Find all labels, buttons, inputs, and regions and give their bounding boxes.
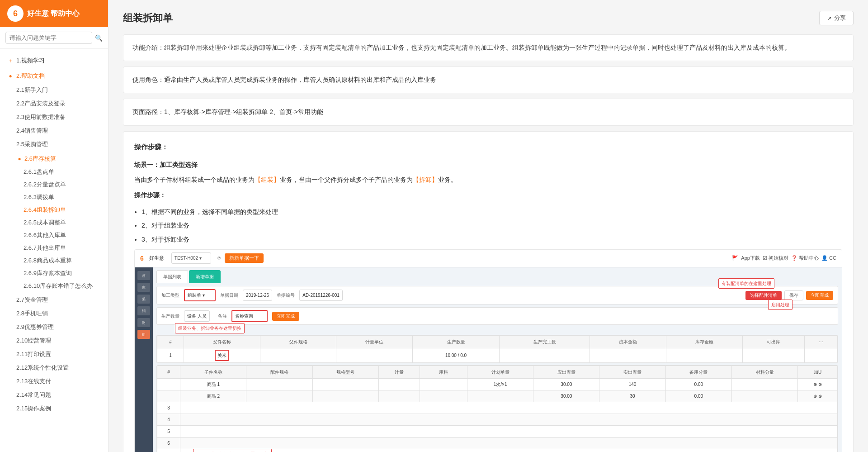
sidebar-item-mobile[interactable]: 2.8手机旺铺 <box>13 307 108 320</box>
lrow4-empty <box>180 414 838 426</box>
lrow1-add: ⊕ ⊗ <box>798 379 838 390</box>
fake-company-select: TEST-H002 ▾ <box>171 252 211 264</box>
fake-lower-table-body: 商品 1 1次/×1 30.00 140 0.00 <box>157 379 838 452</box>
fake-app-body: 首 库 采 销 财 组 单据列表 新增单据 <box>135 267 842 452</box>
table-row: 5 <box>157 426 838 438</box>
table-row: 4 <box>157 414 838 426</box>
lrow2-num <box>157 390 180 402</box>
sidebar-item-ops[interactable]: 2.10经营管理 <box>13 334 108 347</box>
sidebar-item-s262[interactable]: 2.6.2分量盘点单 <box>20 178 108 191</box>
lrow1-num <box>157 379 180 390</box>
fake-company: 好生意 <box>149 253 164 263</box>
sidebar-item-sys[interactable]: 2.12系统个性化设置 <box>13 361 108 375</box>
lrow1-plan: 1次/×1 <box>467 379 533 390</box>
annotation4: 不需要进行中间结转在这里置零录入 <box>193 449 272 452</box>
sidebar-item-s269[interactable]: 2.6.9库存账本查询 <box>20 267 108 280</box>
fake-finish-btn[interactable]: 立即完成 <box>272 312 299 321</box>
fake-lower-table-wrapper: # 子件名称 配件规格 规格型号 计量 用料 计划单量 应出库量 实出库量 <box>156 365 838 452</box>
lrow3-empty <box>180 402 838 414</box>
plus-icon: ＋ <box>7 57 14 64</box>
fake-tab-new[interactable]: 新增单据 <box>189 270 221 283</box>
search-button[interactable]: 🔍 <box>95 34 103 42</box>
fake-note-label: 备注 <box>218 312 227 320</box>
lrow7-empty <box>180 449 838 452</box>
nav-sub-sub-items-stock: 2.6.1盘点单 2.6.2分量盘点单 2.6.3调拨单 2.6.4组装拆卸单 … <box>13 166 108 292</box>
sidebar-item-video[interactable]: ＋ 1.视频学习 <box>0 53 108 68</box>
sidebar-item-s2610[interactable]: 2.6.10库存账本错了怎么办 <box>20 280 108 292</box>
fake-sidebar-icon-5: 财 <box>137 318 150 327</box>
fake-second-row: 生产数量 设备 人员 备注 名称查询 立即完成 组装业务、拆卸业务在这里切换 启… <box>156 307 838 325</box>
fake-app-screenshot: 6 好生意 TEST-H002 ▾ ⟳ 新新单据一下 🚩 App下载 ☑ 初始核… <box>135 250 842 452</box>
sidebar-item-purchase[interactable]: 2.5采购管理 <box>13 138 108 151</box>
fake-upper-table-body: 1 关米 10.00 / 0.0 <box>157 348 838 363</box>
sidebar-item-s263[interactable]: 2.6.3调拨单 <box>20 191 108 204</box>
fake-qty-label: 生产数量 <box>161 312 179 320</box>
share-button[interactable]: ↗ 分享 <box>819 11 854 25</box>
lcol-model: 规格型号 <box>312 366 378 379</box>
fake-flag-icon: 🚩 <box>732 253 738 263</box>
search-input[interactable] <box>5 32 92 44</box>
nav-group-video: ＋ 1.视频学习 <box>0 53 108 68</box>
sidebar-item-faq[interactable]: 2.14常见问题 <box>13 388 108 402</box>
logo-icon: 6 <box>7 5 24 22</box>
lrow2-name: 商品 2 <box>180 390 246 402</box>
sidebar-item-s266[interactable]: 2.6.6其他入库单 <box>20 229 108 242</box>
sidebar-item-s264[interactable]: 2.6.4组装拆卸单 <box>20 204 108 216</box>
fake-config-btn[interactable]: 选择配件清单 <box>745 291 782 300</box>
fake-note-input[interactable]: 名称查询 <box>231 310 268 322</box>
sidebar-item-coupon[interactable]: 2.9优惠券管理 <box>13 320 108 334</box>
sidebar-item-pay[interactable]: 2.13在线支付 <box>13 375 108 388</box>
sidebar-item-s267[interactable]: 2.6.7其他出库单 <box>20 242 108 254</box>
lrow2-mat <box>731 390 797 402</box>
main-header: 组装拆卸单 ↗ 分享 <box>123 11 854 25</box>
cell-avail <box>742 348 804 363</box>
sidebar-item-install[interactable]: 2.2产品安装及登录 <box>13 97 108 110</box>
sidebar-item-sales[interactable]: 2.4销售管理 <box>13 124 108 138</box>
fake-save-btn[interactable]: 保存 <box>784 290 803 300</box>
sidebar-item-s261[interactable]: 2.6.1盘点单 <box>20 166 108 178</box>
sidebar-item-s268[interactable]: 2.6.8商品成本重算 <box>20 254 108 267</box>
col-parent-name: 父件名称 <box>184 336 260 348</box>
lcol-plan: 计划单量 <box>467 366 533 379</box>
col-more: ⋯ <box>804 336 837 348</box>
intro-card: 功能介绍：组装拆卸单用来处理企业组装或拆卸等加工业务，支持有固定装配清单的产品加… <box>123 34 854 61</box>
fake-qty-value: 设备 人员 <box>184 310 210 322</box>
sidebar-item-docs[interactable]: ● 2.帮助文档 <box>0 69 108 83</box>
app-title: 好生意 帮助中心 <box>27 9 80 19</box>
lrow2-model <box>312 390 378 402</box>
cell-done <box>499 348 590 363</box>
table-row: 1 关米 10.00 / 0.0 <box>157 348 838 363</box>
lcol-add: 加U <box>798 366 838 379</box>
lcol-actual-out: 实出库量 <box>599 366 665 379</box>
fake-upper-table-head: # 父件名称 父件规格 计量单位 生产数量 生产完工数 成本金额 库存金额 可出 <box>157 336 838 348</box>
page-title: 组装拆卸单 <box>123 11 173 25</box>
fake-form-header: 加工类型 组装单 ▾ 单据日期 2019-12-26 单据编号 AD-20191… <box>156 286 838 305</box>
fake-upper-table-header-row: # 父件名称 父件规格 计量单位 生产数量 生产完工数 成本金额 库存金额 可出 <box>157 336 838 348</box>
fake-new-doc-btn[interactable]: 新新单据一下 <box>225 253 264 263</box>
sidebar-item-cases[interactable]: 2.15操作案例 <box>13 402 108 415</box>
nav-list: ＋ 1.视频学习 ● 2.帮助文档 2.1新手入门 2.2产品安装及登录 2.3… <box>0 49 108 452</box>
sidebar-item-data[interactable]: 2.3使用前数据准备 <box>13 110 108 124</box>
table-row: 商品 1 1次/×1 30.00 140 0.00 <box>157 379 838 390</box>
cell-prod: 10.00 / 0.0 <box>413 348 500 363</box>
ops-steps-title: 操作步骤： <box>134 189 842 201</box>
lcol-mat-qty: 材料分量 <box>731 366 797 379</box>
annotation-spacer <box>156 328 838 335</box>
fake-code-value: AD-20191226-001 <box>299 290 343 301</box>
ops-title: 操作步骤： <box>134 141 842 154</box>
step3: 3、对于拆卸业务 <box>142 233 842 246</box>
sidebar-item-stock[interactable]: ● 2.6库存核算 <box>13 152 108 166</box>
screenshot-preview: 6 好生意 TEST-H002 ▾ ⟳ 新新单据一下 🚩 App下载 ☑ 初始核… <box>134 249 842 452</box>
fake-tab-list[interactable]: 单据列表 <box>156 270 188 283</box>
fake-type-select[interactable]: 组装单 ▾ <box>184 289 216 301</box>
sidebar-item-print[interactable]: 2.11打印设置 <box>13 347 108 361</box>
sidebar-item-s265[interactable]: 2.6.5成本调整单 <box>20 216 108 229</box>
step1: 1、根据不同的业务，选择不同单据的类型来处理 <box>142 206 842 218</box>
sidebar-item-new[interactable]: 2.1新手入门 <box>13 83 108 97</box>
fake-complete-btn[interactable]: 立即完成 <box>806 291 833 300</box>
lrow1-unit <box>378 379 420 390</box>
table-row: 商品 2 30.00 30 0.00 <box>157 390 838 402</box>
sidebar-item-finance[interactable]: 2.7资金管理 <box>13 293 108 307</box>
fake-topbar: 6 好生意 TEST-H002 ▾ ⟳ 新新单据一下 🚩 App下载 ☑ 初始核… <box>135 250 842 268</box>
fake-sidebar-icon-2: 库 <box>137 283 150 292</box>
